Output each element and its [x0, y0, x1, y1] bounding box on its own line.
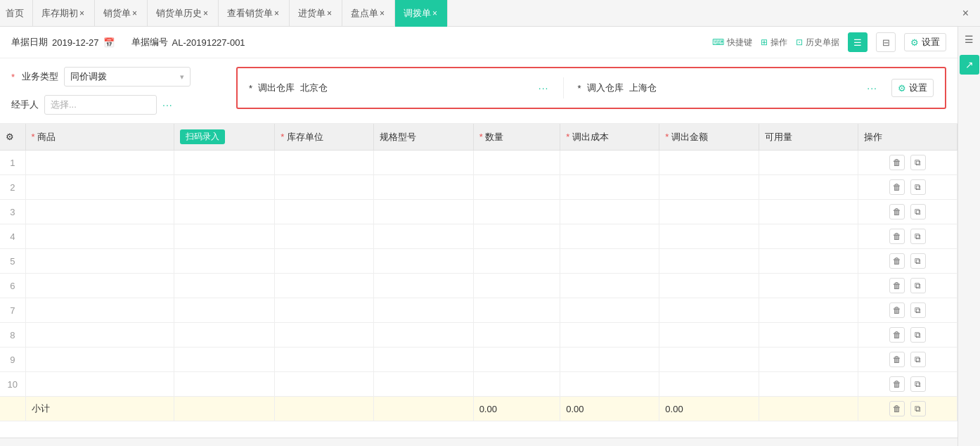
row-cost[interactable]	[560, 274, 659, 298]
tab-purchase[interactable]: 进货单 ×	[290, 0, 342, 27]
subtotal-delete-btn[interactable]: 🗑	[889, 401, 905, 416]
tab-stock-init-close[interactable]: ×	[78, 8, 86, 18]
scroll-bar[interactable]	[0, 438, 958, 446]
row-amount[interactable]	[659, 298, 759, 323]
warehouse-in-more-button[interactable]: ···	[867, 82, 877, 94]
row-cost[interactable]	[560, 323, 659, 348]
row-spec[interactable]	[374, 348, 473, 372]
business-type-select[interactable]: 同价调拨 ▾	[64, 67, 191, 87]
row-qty[interactable]	[473, 298, 560, 323]
row-unit[interactable]	[275, 200, 374, 224]
tab-view-sales[interactable]: 查看销货单 ×	[219, 0, 290, 27]
row-qty[interactable]	[473, 175, 560, 200]
row-unit[interactable]	[275, 348, 374, 372]
row-copy-btn[interactable]: ⧉	[910, 179, 926, 195]
person-more-button[interactable]: ···	[162, 99, 173, 110]
row-product[interactable]	[25, 224, 174, 249]
row-product[interactable]	[25, 298, 174, 323]
row-spec[interactable]	[374, 372, 473, 397]
row-delete-btn[interactable]: 🗑	[889, 376, 905, 392]
row-unit[interactable]	[275, 372, 374, 397]
tab-sales-history[interactable]: 销货单历史 ×	[148, 0, 219, 27]
row-spec[interactable]	[374, 323, 473, 348]
row-product[interactable]	[25, 200, 174, 224]
row-spec[interactable]	[374, 249, 473, 274]
sidebar-list-icon[interactable]: ☰	[960, 30, 979, 49]
row-cost[interactable]	[560, 348, 659, 372]
row-spec[interactable]	[374, 200, 473, 224]
row-product[interactable]	[25, 348, 174, 372]
tab-sales-history-close[interactable]: ×	[202, 8, 209, 18]
row-qty[interactable]	[473, 151, 560, 175]
calendar-icon[interactable]: 📅	[103, 37, 115, 48]
row-cost[interactable]	[560, 175, 659, 200]
row-copy-btn[interactable]: ⧉	[910, 302, 926, 318]
row-cost[interactable]	[560, 298, 659, 323]
row-amount[interactable]	[659, 323, 759, 348]
tab-transfer[interactable]: 调拨单 ×	[395, 0, 448, 27]
col-settings-header[interactable]: ⚙	[0, 124, 25, 151]
row-product[interactable]	[25, 372, 174, 397]
layout-grid-button[interactable]: ⊟	[876, 32, 896, 52]
tab-sales-order-close[interactable]: ×	[131, 8, 138, 18]
layout-list-button[interactable]: ☰	[848, 32, 868, 52]
tab-transfer-close[interactable]: ×	[431, 8, 439, 18]
warehouse-settings-button[interactable]: ⚙ 设置	[891, 79, 934, 97]
tab-view-sales-close[interactable]: ×	[273, 8, 281, 18]
row-unit[interactable]	[275, 249, 374, 274]
row-delete-btn[interactable]: 🗑	[889, 352, 905, 367]
row-qty[interactable]	[473, 274, 560, 298]
row-copy-btn[interactable]: ⧉	[910, 327, 926, 343]
row-qty[interactable]	[473, 249, 560, 274]
row-qty[interactable]	[473, 323, 560, 348]
row-spec[interactable]	[374, 175, 473, 200]
row-unit[interactable]	[275, 323, 374, 348]
row-qty[interactable]	[473, 200, 560, 224]
row-product[interactable]	[25, 323, 174, 348]
row-amount[interactable]	[659, 175, 759, 200]
subtotal-copy-btn[interactable]: ⧉	[910, 401, 926, 416]
row-product[interactable]	[25, 249, 174, 274]
row-delete-btn[interactable]: 🗑	[889, 229, 905, 244]
row-delete-btn[interactable]: 🗑	[889, 179, 905, 195]
row-delete-btn[interactable]: 🗑	[889, 204, 905, 219]
row-cost[interactable]	[560, 224, 659, 249]
row-copy-btn[interactable]: ⧉	[910, 278, 926, 293]
row-cost[interactable]	[560, 372, 659, 397]
operations-button[interactable]: ⊞ 操作	[761, 37, 787, 49]
row-copy-btn[interactable]: ⧉	[910, 352, 926, 367]
history-button[interactable]: ⊡ 历史单据	[796, 37, 839, 49]
row-unit[interactable]	[275, 175, 374, 200]
row-amount[interactable]	[659, 200, 759, 224]
person-select[interactable]: 选择...	[44, 95, 157, 115]
warehouse-out-more-button[interactable]: ···	[539, 82, 549, 94]
row-cost[interactable]	[560, 151, 659, 175]
row-amount[interactable]	[659, 224, 759, 249]
shortcut-button[interactable]: ⌨ 快捷键	[712, 37, 752, 49]
row-cost[interactable]	[560, 200, 659, 224]
row-qty[interactable]	[473, 372, 560, 397]
window-close-button[interactable]: ×	[957, 7, 974, 20]
row-unit[interactable]	[275, 151, 374, 175]
tab-home[interactable]: 首页	[6, 0, 33, 27]
row-unit[interactable]	[275, 224, 374, 249]
row-copy-btn[interactable]: ⧉	[910, 204, 926, 219]
row-copy-btn[interactable]: ⧉	[910, 376, 926, 392]
sidebar-export-icon[interactable]: ↗	[960, 55, 979, 75]
row-delete-btn[interactable]: 🗑	[889, 278, 905, 293]
row-amount[interactable]	[659, 372, 759, 397]
row-amount[interactable]	[659, 151, 759, 175]
scan-button[interactable]: 扫码录入	[180, 129, 225, 144]
row-product[interactable]	[25, 175, 174, 200]
tab-purchase-close[interactable]: ×	[325, 8, 333, 18]
row-spec[interactable]	[374, 151, 473, 175]
row-qty[interactable]	[473, 224, 560, 249]
row-copy-btn[interactable]: ⧉	[910, 229, 926, 244]
tab-sales-order[interactable]: 销货单 ×	[95, 0, 148, 27]
row-delete-btn[interactable]: 🗑	[889, 327, 905, 343]
row-product[interactable]	[25, 151, 174, 175]
row-unit[interactable]	[275, 274, 374, 298]
row-copy-btn[interactable]: ⧉	[910, 253, 926, 269]
tab-stock-init[interactable]: 库存期初 ×	[33, 0, 95, 27]
row-amount[interactable]	[659, 274, 759, 298]
